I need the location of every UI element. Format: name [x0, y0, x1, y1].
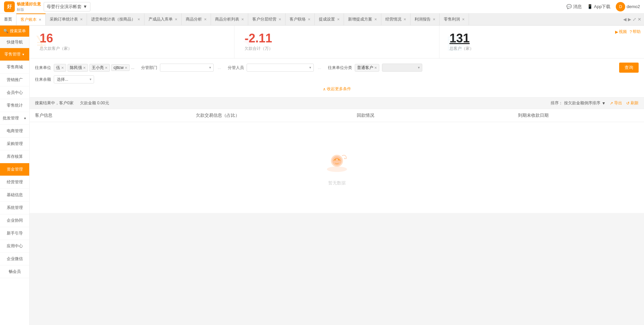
export-button[interactable]: ↗ 导出 — [610, 100, 622, 106]
remove-tag-wang[interactable]: ✕ — [105, 66, 108, 70]
question-icon: ? — [630, 30, 632, 34]
close-icon[interactable]: ✕ — [403, 17, 406, 21]
tab-purchase-stats[interactable]: 进货单统计表（按商品） ✕ — [87, 13, 144, 26]
stat-label-amount: 欠款合计（万） — [245, 46, 429, 51]
sidebar-item-ecommerce[interactable]: 电商管理 — [0, 125, 29, 138]
expand-icon[interactable]: ⤢ — [633, 17, 636, 22]
close-icon[interactable]: ✕ — [241, 17, 244, 21]
unit-label: 往来单位 — [35, 65, 51, 71]
sidebar-item-basic[interactable]: 基础信息 — [0, 189, 29, 202]
sidebar-item-inventory[interactable]: 库存核算 — [0, 150, 29, 163]
class-selector[interactable] — [382, 64, 422, 72]
sidebar-item-guide[interactable]: 新手引导 — [0, 227, 29, 240]
close-icon[interactable]: ✕ — [175, 17, 177, 21]
tab-purchase-order[interactable]: 采购订单统计表 ✕ — [46, 13, 87, 26]
prev-tab-icon[interactable]: ◀ — [623, 17, 627, 22]
video-button[interactable]: ▶ 视频 — [615, 29, 627, 35]
help-button[interactable]: ? 帮助 — [630, 29, 641, 35]
collapse-button[interactable]: ∧ 收起更多条件 — [323, 86, 351, 92]
results-summary: 搜索结果中，客户0家 欠款金额 0.00元 — [35, 100, 109, 106]
sidebar-item-retail-stats[interactable]: 零售统计 — [0, 99, 29, 112]
close-icon[interactable]: ✕ — [39, 18, 41, 22]
tab-customer-ledger[interactable]: 客户账本 ✕ — [16, 13, 46, 26]
query-button[interactable]: 查询 — [619, 63, 639, 73]
refresh-icon: ↺ — [626, 101, 630, 106]
stat-actions: ▶ 视频 ? 帮助 — [615, 29, 641, 35]
sidebar-item-wholesale[interactable]: 批发管理 ▼ — [0, 112, 29, 125]
sidebar-item-app[interactable]: 应用中心 — [0, 240, 29, 253]
svg-point-5 — [344, 158, 345, 159]
tag-wu[interactable]: 伍 ✕ — [54, 64, 66, 72]
remove-tag-chen[interactable]: ✕ — [83, 66, 86, 70]
stat-bg-star: ✦ — [241, 31, 257, 53]
remove-tag-wu[interactable]: ✕ — [61, 66, 64, 70]
export-icon: ↗ — [610, 101, 613, 106]
balance-label: 往来余额 — [35, 77, 51, 82]
sort-selector[interactable]: 排序： 按欠款金额倒序排序 ▼ — [551, 100, 606, 106]
svg-point-0 — [327, 167, 347, 172]
tab-customer-contact[interactable]: 客户联络 ✕ — [286, 13, 315, 26]
tab-operation[interactable]: 经营情况 ✕ — [381, 13, 411, 26]
sidebar-item-mall[interactable]: 零售商城 — [0, 61, 29, 74]
stat-amount: ✦ -2.11 欠款合计（万） — [234, 26, 439, 58]
sidebar-item-management[interactable]: 经营管理 — [0, 176, 29, 189]
balance-selector[interactable]: 选择... — [54, 75, 94, 83]
message-icon: 💬 — [566, 4, 572, 9]
tag-cjttcw[interactable]: cjttcw ✕ — [111, 64, 130, 71]
more-tags-button[interactable]: ... — [131, 65, 134, 70]
close-icon[interactable]: ✕ — [462, 17, 465, 21]
app-download-button[interactable]: 📱 App下载 — [587, 4, 610, 10]
user-menu[interactable]: D demo2 — [616, 2, 640, 11]
tab-goods-analysis[interactable]: 商品分析 ✕ — [182, 13, 211, 26]
close-all-icon[interactable]: ✕ — [638, 17, 641, 22]
remove-tag-cjttcw[interactable]: ✕ — [125, 66, 127, 70]
sidebar-item-finance[interactable]: 资金管理 — [0, 163, 29, 176]
avatar: D — [616, 2, 625, 11]
tab-production[interactable]: 产成品入库单 ✕ — [144, 13, 182, 26]
sidebar-search[interactable]: 🔍 搜索菜单 — [0, 26, 29, 37]
tab-goods-list[interactable]: 商品分析列表 ✕ — [211, 13, 248, 26]
close-icon[interactable]: ✕ — [308, 17, 310, 21]
sidebar-item-wechat[interactable]: 企业微信 — [0, 253, 29, 265]
person-selector[interactable] — [247, 64, 314, 72]
sidebar-item-member[interactable]: 会员中心 — [0, 86, 29, 99]
sidebar-item-cooperation[interactable]: 企业协同 — [0, 214, 29, 227]
next-tab-icon[interactable]: ▶ — [628, 17, 631, 22]
org-selector[interactable]: 母婴行业演示帐套 ▼ — [44, 2, 90, 11]
tab-add-commission[interactable]: 新增提成方案 ✕ — [344, 13, 381, 26]
tag-wang[interactable]: 王小亮 ✕ — [89, 64, 110, 72]
close-icon[interactable]: ✕ — [80, 17, 83, 21]
sidebar-item-system[interactable]: 系统管理 — [0, 202, 29, 214]
tab-commission[interactable]: 提成设置 ✕ — [315, 13, 344, 26]
dept-more-icon: ... — [218, 65, 221, 70]
chevron-down-icon: ▼ — [24, 117, 27, 120]
close-icon[interactable]: ✕ — [278, 17, 281, 21]
tab-home[interactable]: 首页 — [0, 13, 16, 26]
sidebar-item-vip[interactable]: 畅会员 — [0, 265, 29, 278]
refresh-button[interactable]: ↺ 刷新 — [626, 100, 639, 106]
filter-row-2: 往来余额 选择... — [35, 75, 639, 83]
tab-retail-profit[interactable]: 零售利润 ✕ — [440, 13, 469, 26]
class-tags: 普通客户 ✕ — [355, 64, 379, 72]
sidebar-item-marketing[interactable]: 营销推广 — [0, 74, 29, 86]
close-icon[interactable]: ✕ — [337, 17, 340, 21]
tab-profit[interactable]: 利润报告 ✕ — [411, 13, 440, 26]
message-button[interactable]: 💬 消息 — [566, 4, 582, 10]
close-icon[interactable]: ✕ — [204, 17, 207, 21]
stat-bg-building: ▦ — [446, 31, 464, 53]
close-icon[interactable]: ✕ — [374, 17, 377, 21]
sidebar-item-retail[interactable]: 零售管理 ▼ — [0, 48, 29, 61]
tag-chen[interactable]: 陈民强 ✕ — [68, 64, 88, 72]
dept-selector[interactable] — [160, 64, 214, 72]
tab-customer-layer[interactable]: 客户分层经营 ✕ — [248, 13, 286, 26]
close-icon[interactable]: ✕ — [433, 17, 435, 21]
sidebar-quick-nav[interactable]: 快捷导航 — [0, 37, 29, 48]
top-bar-right: 💬 消息 📱 App下载 D demo2 — [566, 2, 640, 11]
sidebar-item-purchase[interactable]: 采购管理 — [0, 138, 29, 150]
close-icon[interactable]: ✕ — [137, 17, 140, 21]
remove-class-tag[interactable]: ✕ — [374, 66, 377, 70]
stat-customers: ¥ 16 总欠款客户（家） — [30, 26, 234, 58]
stats-bar: ¥ 16 总欠款客户（家） ✦ -2.11 欠款合计（万） ▦ 131 总客户（… — [30, 26, 644, 59]
balance-selector-wrapper: 选择... — [54, 75, 94, 83]
tag-normal-customer[interactable]: 普通客户 ✕ — [355, 64, 379, 72]
